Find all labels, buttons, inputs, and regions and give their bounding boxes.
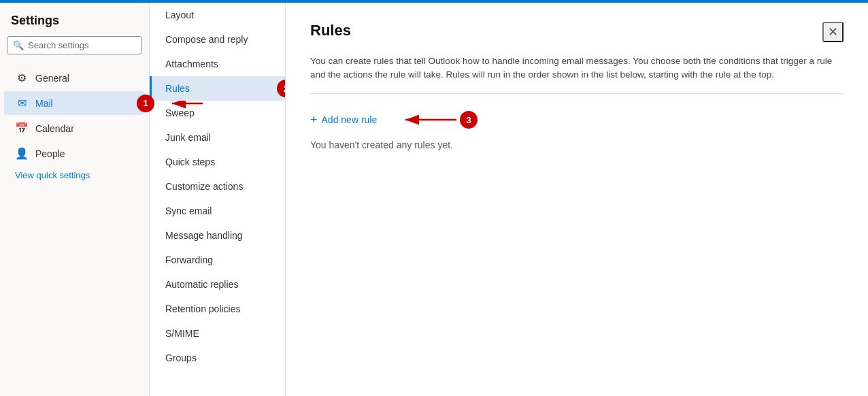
annotation-badge-2: 2: [277, 80, 286, 97]
people-icon: 👤: [15, 147, 29, 160]
gear-icon: ⚙: [15, 71, 29, 84]
sidebar-item-general[interactable]: ⚙ General: [4, 66, 145, 90]
search-placeholder: Search settings: [28, 40, 89, 50]
middle-item-groups[interactable]: Groups: [150, 346, 285, 370]
add-new-rule-button[interactable]: + Add new rule 3: [310, 110, 377, 130]
middle-item-customize-actions[interactable]: Customize actions: [150, 174, 285, 199]
annotation-badge-1: 1: [137, 95, 154, 112]
content-title: Rules: [310, 22, 351, 39]
search-settings-input[interactable]: 🔍 Search settings: [7, 36, 142, 54]
middle-item-compose-reply[interactable]: Compose and reply: [150, 27, 285, 52]
plus-icon: +: [310, 113, 318, 127]
middle-item-rules[interactable]: Rules 2: [150, 76, 285, 101]
annotation-badge-3: 3: [460, 111, 478, 129]
view-quick-settings-link[interactable]: View quick settings: [4, 166, 149, 184]
sidebar-item-people[interactable]: 👤 People: [4, 142, 145, 165]
sidebar-item-label-general: General: [35, 73, 69, 84]
sidebar-item-label-people: People: [35, 148, 65, 159]
middle-item-sync-email[interactable]: Sync email: [150, 199, 285, 223]
middle-item-automatic-replies[interactable]: Automatic replies: [150, 272, 285, 297]
content-panel: Rules ✕ You can create rules that tell O…: [286, 3, 868, 396]
calendar-icon: 📅: [15, 122, 29, 135]
middle-panel: Layout Compose and reply Attachments Rul…: [150, 3, 286, 396]
middle-item-forwarding[interactable]: Forwarding: [150, 248, 285, 272]
middle-item-smime[interactable]: S/MIME: [150, 321, 285, 346]
sidebar-item-calendar[interactable]: 📅 Calendar: [4, 116, 145, 140]
content-header: Rules ✕: [310, 22, 844, 42]
empty-rules-message: You haven't created any rules yet.: [310, 139, 844, 150]
middle-item-junk-email[interactable]: Junk email: [150, 125, 285, 150]
sidebar-item-label-mail: Mail: [35, 98, 53, 109]
search-icon: 🔍: [13, 40, 24, 50]
annotation-arrow-3: [399, 110, 460, 130]
close-button[interactable]: ✕: [822, 22, 844, 42]
mail-icon: ✉: [15, 97, 29, 110]
middle-item-attachments[interactable]: Attachments: [150, 52, 285, 76]
middle-item-layout[interactable]: Layout: [150, 3, 285, 27]
middle-item-quick-steps[interactable]: Quick steps: [150, 150, 285, 174]
middle-item-message-handling[interactable]: Message handling: [150, 223, 285, 248]
middle-item-retention-policies[interactable]: Retention policies: [150, 297, 285, 321]
sidebar-item-mail[interactable]: ✉ Mail 1: [4, 91, 145, 115]
sidebar-title: Settings: [0, 14, 149, 36]
sidebar-item-label-calendar: Calendar: [35, 123, 74, 134]
sidebar: Settings 🔍 Search settings ⚙ General ✉ M…: [0, 3, 150, 396]
add-rule-label: Add new rule: [322, 114, 378, 125]
content-description: You can create rules that tell Outlook h…: [310, 54, 844, 94]
